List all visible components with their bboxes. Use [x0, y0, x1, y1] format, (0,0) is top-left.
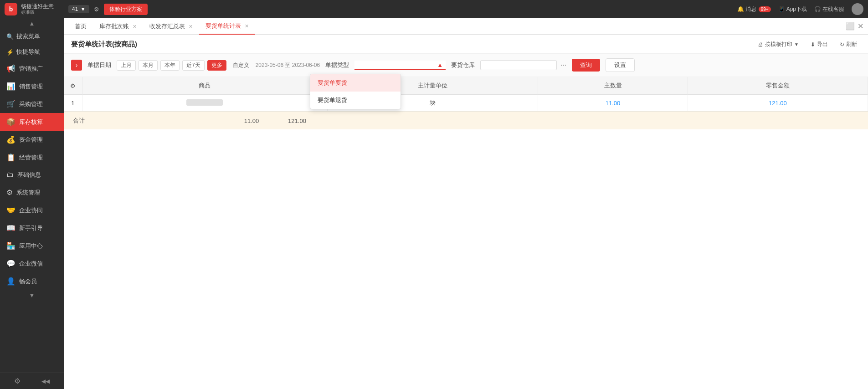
headset-icon: 🎧: [814, 6, 821, 12]
guide-icon: 📖: [6, 224, 15, 232]
tab-bar: 首页 库存批次账 ✕ 收发存汇总表 ✕ 要货单统计表 ✕ ⬜ ✕: [64, 18, 868, 35]
sidebar-scroll-up[interactable]: ▲: [0, 18, 64, 29]
header-right: 🔔 消息 99+ 📱 App下载 🎧 在线客服: [737, 3, 863, 15]
cell-no: 1: [64, 95, 82, 112]
avatar[interactable]: [852, 3, 863, 15]
date-btn-this-month[interactable]: 本月: [139, 60, 158, 71]
date-btn-custom[interactable]: 自定义: [229, 61, 253, 70]
more-options-icon[interactable]: ···: [560, 61, 566, 69]
query-button[interactable]: 查询: [572, 59, 600, 72]
type-group: ▲: [354, 61, 446, 70]
export-btn[interactable]: ⬇ 导出: [807, 39, 832, 50]
sidebar-item-operation[interactable]: 📋 经营管理: [0, 148, 64, 166]
tab-inventory-batch[interactable]: 库存批次账 ✕: [93, 18, 143, 35]
tab-close-all-icon[interactable]: ✕: [858, 22, 863, 31]
warehouse-input[interactable]: [480, 60, 557, 70]
sidebar-item-sales[interactable]: 📊 销售管理: [0, 77, 64, 95]
dropdown-item-requisition[interactable]: 要货单要货: [310, 74, 401, 92]
industry-button[interactable]: 体验行业方案: [104, 4, 148, 15]
page-header: 要货单统计表(按商品) 🖨 按模板打印 ▼ ⬇ 导出 ↻ 刷新: [64, 35, 868, 54]
date-btn-prev-month[interactable]: 上月: [117, 60, 136, 71]
marketing-icon: 📢: [6, 64, 15, 73]
type-label: 单据类型: [325, 61, 349, 69]
col-product: 商品: [82, 77, 328, 95]
top-header: b 畅捷通好生意 标准版 41 ▼ ⚙ 体验行业方案 🔔 消息 99+ 📱 Ap…: [0, 0, 868, 18]
sidebar-item-wechat[interactable]: 💬 企业微信: [0, 255, 64, 272]
sidebar: ▲ 🔍 搜索菜单 ⚡ 快捷导航 📢 营销推广 📊 销售管理 🛒 采购管理 📦 库…: [0, 18, 64, 389]
notification-badge: 99+: [759, 6, 771, 12]
tab-close-receive-summary[interactable]: ✕: [189, 18, 193, 35]
chevron-down-icon: ▼: [80, 6, 86, 12]
sidebar-item-guide[interactable]: 📖 新手引导: [0, 219, 64, 237]
print-icon: 🖨: [758, 41, 763, 48]
sidebar-item-quicknav[interactable]: ⚡ 快捷导航: [0, 44, 64, 60]
date-group: 上月 本月 本年 近7天 更多 自定义 2023-05-06 至 2023-06…: [117, 60, 320, 71]
tab-home[interactable]: 首页: [68, 18, 93, 35]
sidebar-item-basic[interactable]: 🗂 基础信息: [0, 166, 64, 184]
filter-bar: › 单据日期 上月 本月 本年 近7天 更多 自定义 2023-05-06 至 …: [64, 54, 868, 77]
date-btn-7days[interactable]: 近7天: [182, 60, 205, 71]
sidebar-item-system[interactable]: ⚙ 系统管理: [0, 184, 64, 201]
footer-qty: 11.00: [229, 118, 274, 124]
setting-button[interactable]: 设置: [606, 58, 635, 72]
notification-item[interactable]: 🔔 消息 99+: [737, 5, 771, 13]
type-input[interactable]: [357, 61, 437, 68]
online-service-item[interactable]: 🎧 在线客服: [814, 5, 844, 13]
system-icon: ⚙: [6, 188, 13, 197]
product-placeholder: [186, 99, 223, 106]
sidebar-scroll-down[interactable]: ▼: [0, 290, 64, 301]
page-content: 要货单统计表(按商品) 🖨 按模板打印 ▼ ⬇ 导出 ↻ 刷新: [64, 35, 868, 389]
table-row: 1 块 11.00 121.00: [64, 95, 868, 112]
bell-icon: 🔔: [737, 6, 744, 12]
cell-qty[interactable]: 11.00: [538, 95, 688, 112]
export-icon: ⬇: [811, 41, 815, 48]
sidebar-item-appcenter[interactable]: 🏪 应用中心: [0, 237, 64, 255]
settings-icon[interactable]: ⚙: [94, 6, 99, 13]
refresh-icon: ↻: [840, 41, 844, 48]
page-title: 要货单统计表(按商品): [71, 40, 137, 49]
tab-close-order-stats[interactable]: ✕: [245, 18, 249, 34]
sidebar-bottom: ⚙ ◀◀: [0, 373, 64, 389]
date-range: 2023-05-06 至 2023-06-06: [256, 61, 320, 69]
main-layout: ▲ 🔍 搜索菜单 ⚡ 快捷导航 📢 营销推广 📊 销售管理 🛒 采购管理 📦 库…: [0, 18, 868, 389]
sidebar-item-search[interactable]: 🔍 搜索菜单: [0, 29, 64, 44]
sidebar-collapse-btn[interactable]: ◀◀: [41, 378, 50, 384]
logo-icon: b: [5, 3, 17, 15]
warehouse-label: 要货仓库: [451, 61, 475, 69]
refresh-btn[interactable]: ↻ 刷新: [836, 39, 861, 50]
sidebar-item-inventory[interactable]: 📦 库存核算: [0, 113, 64, 131]
sidebar-item-marketing[interactable]: 📢 营销推广: [0, 60, 64, 77]
dropdown-item-return[interactable]: 要货单退货: [310, 92, 401, 109]
tab-order-stats[interactable]: 要货单统计表 ✕: [199, 18, 255, 35]
sidebar-item-cooperation[interactable]: 🤝 企业协同: [0, 201, 64, 219]
sidebar-settings-btn[interactable]: ⚙: [14, 377, 21, 385]
type-select[interactable]: ▲: [354, 61, 446, 70]
date-btn-this-year[interactable]: 本年: [160, 60, 180, 71]
tab-close-inventory-batch[interactable]: ✕: [133, 18, 137, 35]
filter-expand-btn[interactable]: ›: [71, 60, 82, 71]
tab-receive-summary[interactable]: 收发存汇总表 ✕: [143, 18, 199, 35]
cell-amount[interactable]: 121.00: [688, 95, 868, 112]
footer-label: 合计: [69, 117, 229, 125]
header-center: 41 ▼ ⚙ 体验行业方案: [68, 4, 737, 15]
warehouse-group: ···: [480, 60, 566, 70]
lightning-icon: ⚡: [6, 49, 14, 56]
gear-icon[interactable]: ⚙: [70, 82, 76, 89]
sidebar-item-purchase[interactable]: 🛒 采购管理: [0, 95, 64, 113]
table-header-row: ⚙ 商品 主计量单位 主数量 零售金额: [64, 77, 868, 95]
sidebar-item-member[interactable]: 👤 畅会员: [0, 272, 64, 290]
table-area: ⚙ 商品 主计量单位 主数量 零售金额 1: [64, 77, 868, 112]
date-btn-more[interactable]: 更多: [207, 60, 226, 71]
finance-icon: 💰: [6, 135, 15, 144]
table-footer: 合计 11.00 121.00: [64, 112, 868, 129]
sidebar-item-finance[interactable]: 💰 资金管理: [0, 131, 64, 148]
app-download-item[interactable]: 📱 App下载: [778, 5, 807, 13]
print-btn[interactable]: 🖨 按模板打印 ▼: [754, 39, 802, 50]
col-qty: 主数量: [538, 77, 688, 95]
appcenter-icon: 🏪: [6, 241, 15, 250]
sales-icon: 📊: [6, 82, 15, 91]
store-selector[interactable]: 41 ▼: [68, 5, 89, 13]
wechat-icon: 💬: [6, 259, 15, 268]
type-dropdown: 要货单要货 要货单退货: [310, 74, 401, 109]
tab-restore-icon[interactable]: ⬜: [846, 22, 855, 31]
